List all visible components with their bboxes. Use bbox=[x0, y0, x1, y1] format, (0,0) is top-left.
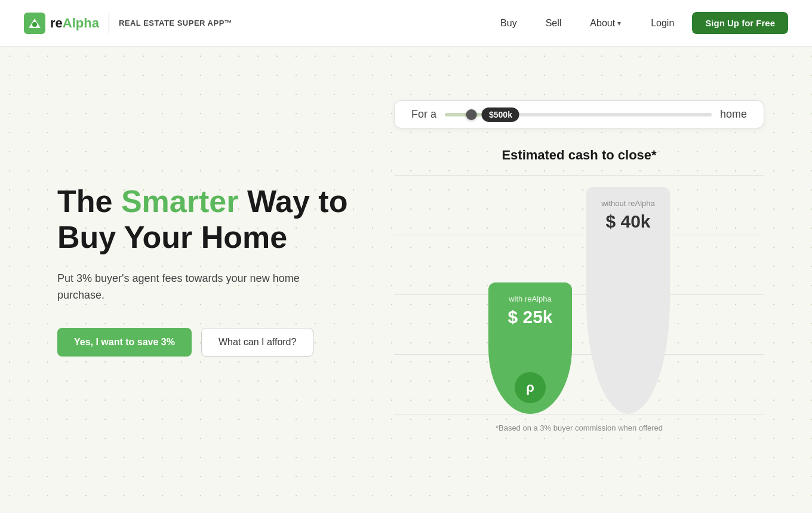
without-realpha-label: without reAlpha bbox=[601, 199, 655, 208]
bar-with-realpha: with reAlpha $ 25k ρ bbox=[488, 282, 572, 414]
chart-bars: with reAlpha $ 25k ρ without reAlpha $ 4… bbox=[394, 175, 764, 414]
hero-buttons: Yes, I want to save 3% What can I afford… bbox=[57, 328, 347, 357]
logo-icon bbox=[24, 13, 45, 34]
chart-title: Estimated cash to close* bbox=[394, 148, 764, 163]
slider-suffix: home bbox=[720, 108, 747, 121]
hero-right: For a $500k home Estimated cash to close… bbox=[394, 100, 764, 432]
hero-title: The Smarter Way to Buy Your Home bbox=[57, 184, 347, 256]
what-can-i-afford-button[interactable]: What can I afford? bbox=[201, 328, 313, 357]
save-3-percent-button[interactable]: Yes, I want to save 3% bbox=[57, 328, 192, 357]
navbar-divider bbox=[109, 13, 109, 34]
navbar-tagline: REAL ESTATE SUPER APP™ bbox=[119, 19, 232, 27]
login-button[interactable]: Login bbox=[638, 13, 687, 33]
slider-thumb bbox=[466, 109, 477, 120]
price-slider[interactable]: $500k bbox=[445, 113, 712, 116]
logo: reAlpha bbox=[24, 13, 99, 34]
realpha-bar-icon: ρ bbox=[515, 372, 546, 403]
chart-grid: with reAlpha $ 25k ρ without reAlpha $ 4… bbox=[394, 175, 764, 414]
chart-section: Estimated cash to close* with reAlpha $ bbox=[394, 148, 764, 432]
main-content: The Smarter Way to Buy Your Home Put 3% … bbox=[0, 47, 812, 512]
slider-prefix: For a bbox=[411, 108, 436, 121]
hero-subtitle: Put 3% buyer's agent fees towards your n… bbox=[57, 270, 332, 305]
with-realpha-amount: $ 25k bbox=[508, 307, 552, 327]
realpha-symbol: ρ bbox=[526, 380, 534, 395]
green-bar: with reAlpha $ 25k ρ bbox=[488, 282, 572, 414]
chevron-down-icon: ▾ bbox=[617, 19, 621, 27]
logo-wordmark: reAlpha bbox=[50, 16, 99, 31]
signup-button[interactable]: Sign Up for Free bbox=[692, 12, 788, 34]
navbar: reAlpha REAL ESTATE SUPER APP™ Buy Sell … bbox=[0, 0, 812, 47]
svg-point-1 bbox=[32, 22, 37, 27]
gray-bar: without reAlpha $ 40k bbox=[586, 187, 670, 414]
slider-thumb-wrapper: $500k bbox=[466, 107, 519, 122]
grid-line-bottom bbox=[394, 414, 764, 414]
bar-without-realpha: without reAlpha $ 40k bbox=[586, 187, 670, 414]
nav-buy-link[interactable]: Buy bbox=[488, 13, 529, 33]
hero-left: The Smarter Way to Buy Your Home Put 3% … bbox=[57, 184, 347, 357]
price-slider-container: For a $500k home bbox=[394, 100, 764, 128]
nav-sell-link[interactable]: Sell bbox=[534, 13, 574, 33]
nav-about-link[interactable]: About ▾ bbox=[578, 13, 633, 33]
without-realpha-amount: $ 40k bbox=[605, 211, 650, 232]
navbar-left: reAlpha REAL ESTATE SUPER APP™ bbox=[24, 13, 232, 34]
navbar-right: Buy Sell About ▾ Login Sign Up for Free bbox=[488, 12, 788, 34]
slider-value-bubble: $500k bbox=[482, 107, 519, 122]
with-realpha-label: with reAlpha bbox=[509, 294, 552, 303]
chart-footnote: *Based on a 3% buyer commission when off… bbox=[394, 423, 764, 432]
